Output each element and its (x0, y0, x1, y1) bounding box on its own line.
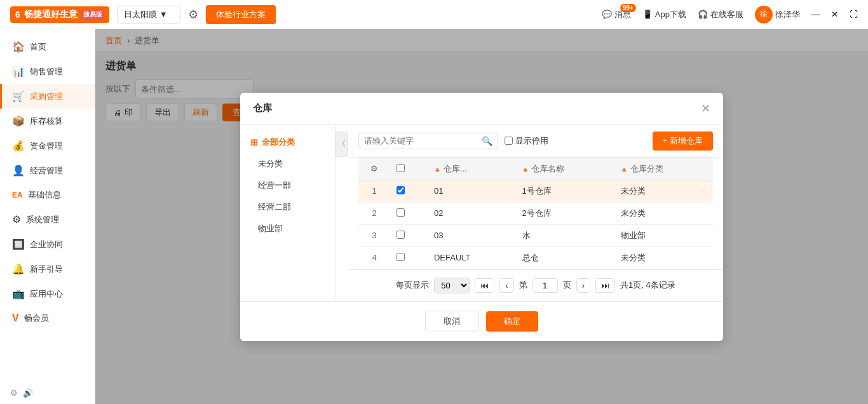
row-category: 未分类 (614, 202, 713, 224)
sidebar-bottom: ⚙ 🔊 (0, 382, 95, 404)
search-input[interactable] (364, 136, 479, 145)
modal-sidebar-collapse-button[interactable]: 《 (336, 131, 348, 157)
modal-footer: 取消 确定 (240, 301, 723, 341)
sidebar-label-guide: 新手引导 (30, 264, 63, 275)
sidebar-label-inventory: 库存核算 (30, 116, 63, 127)
sidebar-item-member[interactable]: V 畅会员 (0, 306, 95, 330)
close-icon[interactable]: ✕ (831, 10, 838, 19)
headset-icon: 🎧 (698, 10, 708, 19)
sidebar-item-purchase[interactable]: 🛒 采购管理 (0, 84, 95, 109)
row-code: DEFAULT (428, 246, 516, 269)
row-checkbox-cell (390, 202, 428, 224)
row-name: 水 (516, 224, 614, 246)
th-category: ▲ 仓库分类 (614, 158, 713, 180)
layout: 🏠 首页 📊 销售管理 🛒 采购管理 📦 库存核算 💰 资金管理 👤 经营管理 … (0, 29, 868, 404)
confirm-button[interactable]: 确定 (486, 311, 538, 332)
sidebar-item-home[interactable]: 🏠 首页 (0, 34, 95, 59)
modal-sidebar-item-operations2[interactable]: 经营二部 (240, 196, 335, 218)
last-page-button[interactable]: ⏭ (595, 278, 615, 293)
th-name-label: 仓库名称 (531, 163, 564, 175)
operations-icon: 👤 (12, 165, 25, 177)
modal-sidebar-title-label: 全部分类 (262, 137, 295, 148)
sidebar-item-inventory[interactable]: 📦 库存核算 (0, 109, 95, 133)
guide-icon: 🔔 (12, 263, 25, 275)
sidebar-label-sales: 销售管理 (30, 66, 63, 77)
modal-sidebar-all-categories[interactable]: ⊞ 全部分类 (240, 131, 335, 153)
row-category: 未分类 (614, 246, 713, 269)
modal-toolbar: 🔍 显示停用 + 新增仓库 (348, 125, 723, 158)
sidebar-item-operations[interactable]: 👤 经营管理 (0, 158, 95, 183)
page-label: 第 (519, 279, 527, 291)
row-category: 未分类 ··· (614, 180, 713, 202)
row-checkbox[interactable] (397, 231, 405, 239)
sidebar-label-operations: 经营管理 (30, 165, 63, 177)
topbar: 6 畅捷通好生意 捷易版 日太阳膜 ▼ ⚙ 体验行业方案 💬 消息 99+ 📱 … (0, 0, 868, 29)
prev-page-button[interactable]: ‹ (499, 278, 513, 293)
table-row[interactable]: 1 01 1号仓库 未分类 ··· (358, 180, 713, 202)
th-code: ▲ 仓库... (428, 158, 516, 180)
logo-text: 畅捷通好生意 (24, 9, 78, 20)
next-page-button[interactable]: › (576, 278, 590, 293)
modal-body: ⊞ 全部分类 未分类 经营一部 经营二部 物业部 《 (240, 125, 723, 301)
speaker-icon[interactable]: 🔊 (23, 388, 33, 398)
sidebar-label-home: 首页 (30, 41, 46, 53)
appcenter-icon: 📺 (12, 288, 25, 300)
logo-number: 6 (15, 10, 20, 20)
sidebar-item-enterprise[interactable]: 🔲 企业协同 (0, 232, 95, 257)
store-name: 日太阳膜 (124, 9, 157, 20)
sidebar-item-guide[interactable]: 🔔 新手引导 (0, 257, 95, 281)
sidebar-label-appcenter: 应用中心 (30, 288, 63, 300)
modal-sidebar-item-property[interactable]: 物业部 (240, 218, 335, 239)
user-initials: 徐 (760, 9, 768, 20)
dropdown-icon: ▼ (159, 10, 168, 19)
row-num: 1 (358, 180, 390, 202)
add-warehouse-button[interactable]: + 新增仓库 (653, 131, 713, 151)
page-suffix: 页 (563, 279, 571, 291)
enterprise-icon: 🔲 (12, 238, 25, 250)
modal-close-button[interactable]: ✕ (701, 102, 710, 116)
sidebar-item-finance[interactable]: 💰 资金管理 (0, 133, 95, 158)
sidebar-item-system[interactable]: ⚙ 系统管理 (0, 207, 95, 232)
modal-sidebar-item-unclassified[interactable]: 未分类 (240, 153, 335, 175)
row-checkbox[interactable] (397, 186, 405, 194)
table-row[interactable]: 2 02 2号仓库 未分类 (358, 202, 713, 224)
trial-button[interactable]: 体验行业方案 (206, 5, 276, 24)
modal-overlay: 仓库 ✕ ⊞ 全部分类 未分类 经营一部 经营二部 物业部 (95, 29, 868, 404)
store-selector[interactable]: 日太阳膜 ▼ (117, 6, 180, 24)
message-button[interactable]: 💬 消息 99+ (602, 9, 631, 20)
sidebar-item-basic[interactable]: EA 基础信息 (0, 183, 95, 207)
home-icon: 🏠 (12, 41, 25, 53)
sidebar-item-appcenter[interactable]: 📺 应用中心 (0, 281, 95, 306)
th-code-label: 仓库... (444, 163, 467, 175)
row-checkbox[interactable] (397, 208, 405, 217)
row-name: 1号仓库 (516, 180, 614, 202)
select-all-checkbox[interactable] (397, 164, 405, 172)
show-disabled-checkbox[interactable] (505, 137, 513, 145)
first-page-button[interactable]: ⏮ (475, 278, 494, 293)
topbar-right: 💬 消息 99+ 📱 App下载 🎧 在线客服 徐 徐泽华 — ✕ ⛶ (602, 6, 858, 24)
expand-icon[interactable]: ⛶ (850, 10, 858, 19)
search-icon: 🔍 (482, 136, 492, 146)
settings-icon[interactable]: ⚙ (188, 8, 198, 22)
main-area: 首页 › 进货单 进货单 按以下 🖨 印 导出 刷新 查询 设置 仓库 (95, 29, 868, 404)
show-disabled-label: 显示停用 (505, 135, 548, 147)
message-icon: 💬 (602, 10, 612, 19)
sort-icon-name: ▲ (522, 165, 529, 173)
cancel-button[interactable]: 取消 (425, 311, 478, 332)
online-service-button[interactable]: 🎧 在线客服 (698, 9, 743, 20)
settings-bottom-icon[interactable]: ⚙ (10, 388, 18, 398)
table-row[interactable]: 4 DEFAULT 总仓 未分类 (358, 246, 713, 269)
modal-sidebar-item-operations1[interactable]: 经营一部 (240, 175, 335, 196)
sidebar-item-sales[interactable]: 📊 销售管理 (0, 59, 95, 84)
minimize-icon[interactable]: — (811, 10, 820, 19)
th-category-label: 仓库分类 (630, 163, 663, 175)
row-checkbox[interactable] (397, 253, 405, 261)
page-number-input[interactable] (532, 278, 558, 293)
app-download-button[interactable]: 📱 App下载 (642, 9, 686, 20)
per-page-select[interactable]: 50 10 20 100 (434, 278, 470, 293)
th-settings: ⚙ (358, 158, 390, 180)
row-more-btn[interactable]: ··· (700, 185, 707, 195)
warehouse-table: ⚙ ▲ 仓库... (358, 158, 713, 269)
user-menu[interactable]: 徐 徐泽华 (755, 6, 800, 24)
table-row[interactable]: 3 03 水 物业部 (358, 224, 713, 246)
